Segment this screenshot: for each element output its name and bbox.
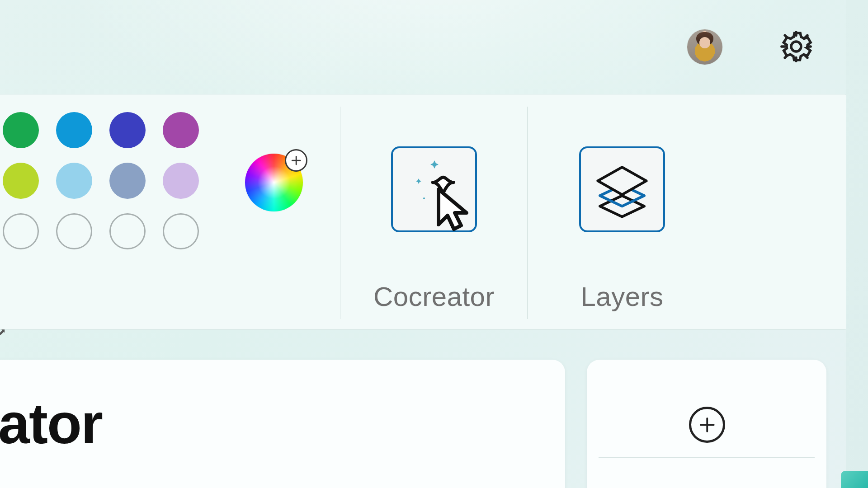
color-swatch-empty[interactable] <box>56 213 92 249</box>
palette-row <box>3 163 220 199</box>
panel-title-fragment: ator <box>0 391 102 456</box>
color-swatch-steel-blue[interactable] <box>109 163 146 199</box>
cocreator-label: Cocreator <box>348 281 520 312</box>
add-custom-color-button[interactable] <box>245 154 303 211</box>
ribbon-separator <box>340 107 340 319</box>
window-corner-accent <box>841 471 868 488</box>
user-avatar[interactable] <box>687 29 722 65</box>
color-swatch-lime[interactable] <box>3 163 39 199</box>
cocreator-group: Cocreator <box>348 146 520 312</box>
svg-point-3 <box>423 197 425 199</box>
plus-badge-icon <box>285 149 307 172</box>
color-swatch-purple[interactable] <box>163 112 199 148</box>
title-bar <box>0 0 841 89</box>
settings-button[interactable] <box>778 28 815 65</box>
color-swatch-lavender[interactable] <box>163 163 199 199</box>
color-swatch-green[interactable] <box>3 112 39 148</box>
cocreator-button[interactable] <box>391 146 477 232</box>
layers-icon <box>590 158 654 221</box>
add-button[interactable] <box>689 407 725 443</box>
color-swatch-light-blue[interactable] <box>56 163 92 199</box>
layers-button[interactable] <box>579 146 665 232</box>
right-panel-divider <box>599 457 815 458</box>
gear-icon <box>778 28 815 65</box>
palette-row <box>3 112 220 148</box>
ribbon-separator <box>527 107 528 319</box>
layers-label: Layers <box>536 281 708 312</box>
color-swatch-empty[interactable] <box>3 213 39 249</box>
cocreator-cursor-sparkle-icon <box>389 144 479 235</box>
layers-group: Layers <box>536 146 708 312</box>
color-swatch-blue[interactable] <box>56 112 92 148</box>
window-right-edge <box>846 0 868 488</box>
plus-icon <box>698 416 716 434</box>
color-swatch-empty[interactable] <box>163 213 199 249</box>
color-swatch-empty[interactable] <box>109 213 146 249</box>
color-swatch-indigo[interactable] <box>109 112 146 148</box>
svg-point-0 <box>791 42 801 52</box>
color-palette <box>3 112 220 264</box>
palette-row <box>3 213 220 249</box>
system-cursor-icon: ⬉ <box>0 326 6 337</box>
